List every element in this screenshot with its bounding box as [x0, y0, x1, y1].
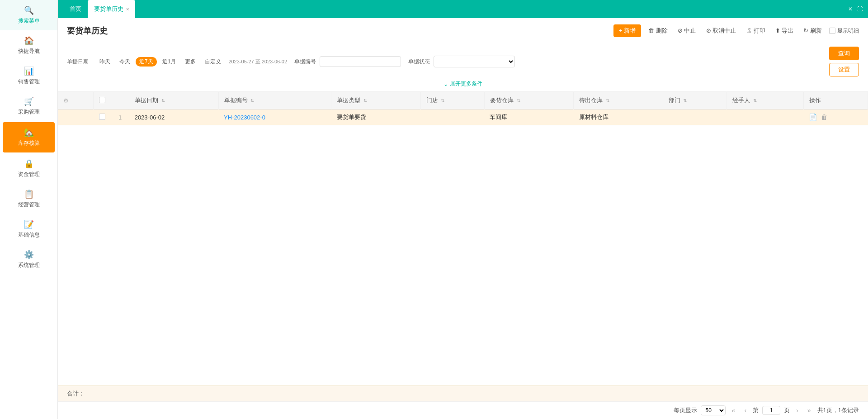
col-pending-warehouse[interactable]: 待出仓库 ⇅	[574, 92, 663, 110]
page-size-label: 每页显示	[674, 406, 697, 414]
filter-row: 单据日期 昨天 今天 近7天 近1月 更多 自定义 2023-05-27 至 2…	[67, 47, 859, 76]
cancel-stop-button[interactable]: ⊘ 取消中止	[703, 25, 739, 37]
col-doc-date[interactable]: 单据日期 ⇅	[129, 92, 218, 110]
col-doc-no[interactable]: 单据编号 ⇅	[218, 92, 331, 110]
row-doc-type-cell: 要货单要货	[331, 110, 420, 125]
sort-doc-no-icon: ⇅	[250, 98, 254, 103]
inventory-icon: 🏡	[24, 128, 34, 138]
export-button[interactable]: ⬆ 导出	[773, 25, 797, 37]
prev-page-button[interactable]: ‹	[741, 406, 749, 415]
expand-filter-button[interactable]: ⌄ 展开更多条件	[67, 80, 859, 88]
table-header-row: ⚙ 单据日期 ⇅ 单据编号 ⇅	[58, 92, 868, 110]
sidebar-item-sysconfig[interactable]: ⚙️ 系统管理	[0, 244, 57, 275]
date-filter-label: 单据日期	[67, 58, 89, 66]
row-doc-date-cell: 2023-06-02	[129, 110, 218, 125]
page-label-pre: 第	[753, 406, 759, 414]
row-settings-cell	[58, 110, 94, 125]
sidebar-item-sales[interactable]: 📊 销售管理	[0, 61, 57, 91]
settings-button[interactable]: 设置	[829, 63, 859, 76]
sort-handler-icon: ⇅	[753, 98, 757, 103]
first-page-button[interactable]: «	[729, 406, 738, 415]
doc-number-label: 单据编号	[294, 58, 316, 66]
row-action-cell: 📄 🗑	[803, 110, 868, 125]
col-checkbox	[94, 92, 111, 110]
clipboard-icon: 📋	[24, 189, 34, 199]
next-page-button[interactable]: ›	[793, 406, 801, 415]
footer-summary: 合计：	[58, 386, 868, 401]
col-num	[111, 92, 129, 110]
content: 要货单历史 + 新增 🗑 删除 ⊘ 中止 ⊘ 取消中止 🖨 打印 ⬆ 导出 ↻ …	[58, 18, 868, 419]
date-btn-more[interactable]: 更多	[181, 57, 199, 67]
status-select[interactable]	[434, 56, 515, 67]
doc-number-input[interactable]	[320, 56, 401, 67]
row-req-warehouse-cell: 车间库	[484, 110, 573, 125]
sidebar-item-inventory[interactable]: 🏡 库存核算	[3, 122, 55, 152]
sort-department-icon: ⇅	[683, 98, 687, 103]
sidebar-item-finance[interactable]: 🔒 资金管理	[0, 153, 57, 184]
doc-number-filter-group: 单据编号	[294, 56, 401, 67]
page-title: 要货单历史	[67, 25, 108, 36]
sort-req-warehouse-icon: ⇅	[517, 98, 520, 103]
date-filter-buttons: 昨天 今天 近7天 近1月 更多 自定义 2023-05-27 至 2023-0…	[96, 57, 287, 67]
page-label-suffix: 页	[784, 406, 790, 414]
status-filter-group: 单据状态	[408, 56, 515, 67]
date-range-display: 2023-05-27 至 2023-06-02	[228, 58, 287, 65]
sidebar-item-operations[interactable]: 📋 经营管理	[0, 184, 57, 214]
top-bar-right: ✕ ⛶	[848, 6, 863, 12]
col-req-warehouse[interactable]: 要货仓库 ⇅	[484, 92, 573, 110]
cart-icon: 🛒	[24, 96, 34, 106]
query-button[interactable]: 查询	[829, 47, 859, 60]
date-btn-1month[interactable]: 近1月	[159, 57, 180, 67]
col-doc-type[interactable]: 单据类型 ⇅	[331, 92, 420, 110]
gear-icon: ⚙️	[24, 250, 34, 260]
row-delete-icon[interactable]: 🗑	[821, 113, 828, 121]
print-button[interactable]: 🖨 打印	[743, 25, 768, 37]
tab-requisition-history[interactable]: 要货单历史 ×	[88, 0, 135, 18]
col-department[interactable]: 部门 ⇅	[663, 92, 726, 110]
sidebar: 🔍 搜索菜单 🏠 快捷导航 📊 销售管理 🛒 采购管理 🏡 库存核算 🔒 资金管…	[0, 0, 58, 419]
sort-doc-date-icon: ⇅	[161, 98, 165, 103]
row-action-icons: 📄 🗑	[809, 113, 862, 121]
sort-doc-type-icon: ⇅	[363, 98, 367, 103]
lock-icon: 🔒	[24, 159, 34, 169]
date-btn-custom[interactable]: 自定义	[201, 57, 225, 67]
tab-home[interactable]: 首页	[63, 0, 88, 18]
doc-no-link[interactable]: YH-20230602-0	[224, 114, 265, 121]
chevron-down-icon: ⌄	[443, 81, 448, 87]
sidebar-item-purchase[interactable]: 🛒 采购管理	[0, 91, 57, 121]
top-bar: 首页 要货单历史 × ✕ ⛶	[58, 0, 868, 18]
sidebar-item-search[interactable]: 🔍 搜索菜单	[0, 0, 57, 30]
status-label: 单据状态	[408, 58, 430, 66]
row-checkbox[interactable]	[99, 114, 105, 120]
fullscreen-button[interactable]: ⛶	[857, 6, 863, 12]
select-all-checkbox[interactable]	[99, 97, 105, 103]
date-btn-today[interactable]: 今天	[116, 57, 134, 67]
col-settings[interactable]: ⚙	[58, 92, 94, 110]
display-detail-toggle[interactable]: 显示明细	[829, 27, 859, 35]
row-num-cell: 1	[111, 110, 129, 125]
chart-icon: 📊	[24, 66, 34, 76]
sort-pending-warehouse-icon: ⇅	[606, 98, 609, 103]
stop-button[interactable]: ⊘ 中止	[675, 25, 699, 37]
date-btn-yesterday[interactable]: 昨天	[96, 57, 114, 67]
row-edit-icon[interactable]: 📄	[809, 113, 817, 121]
page-size-select[interactable]: 50 20 100	[701, 405, 726, 415]
col-handler[interactable]: 经手人 ⇅	[727, 92, 803, 110]
refresh-button[interactable]: ↻ 刷新	[801, 25, 825, 37]
current-page-input[interactable]	[762, 406, 780, 415]
delete-button[interactable]: 🗑 删除	[646, 25, 670, 37]
date-btn-7days[interactable]: 近7天	[136, 57, 157, 67]
display-detail-checkbox[interactable]	[829, 28, 835, 34]
sort-store-icon: ⇅	[441, 98, 444, 103]
doc-icon: 📝	[24, 219, 34, 229]
sidebar-item-basicinfo[interactable]: 📝 基础信息	[0, 214, 57, 244]
new-button[interactable]: + 新增	[613, 24, 641, 37]
col-store[interactable]: 门店 ⇅	[420, 92, 484, 110]
row-doc-no-cell: YH-20230602-0	[218, 110, 331, 125]
sidebar-item-quicknav[interactable]: 🏠 快捷导航	[0, 30, 57, 61]
row-department-cell	[663, 110, 726, 125]
close-window-button[interactable]: ✕	[848, 6, 853, 12]
tab-close-icon[interactable]: ×	[126, 6, 129, 12]
last-page-button[interactable]: »	[805, 406, 814, 415]
row-checkbox-cell	[94, 110, 111, 125]
